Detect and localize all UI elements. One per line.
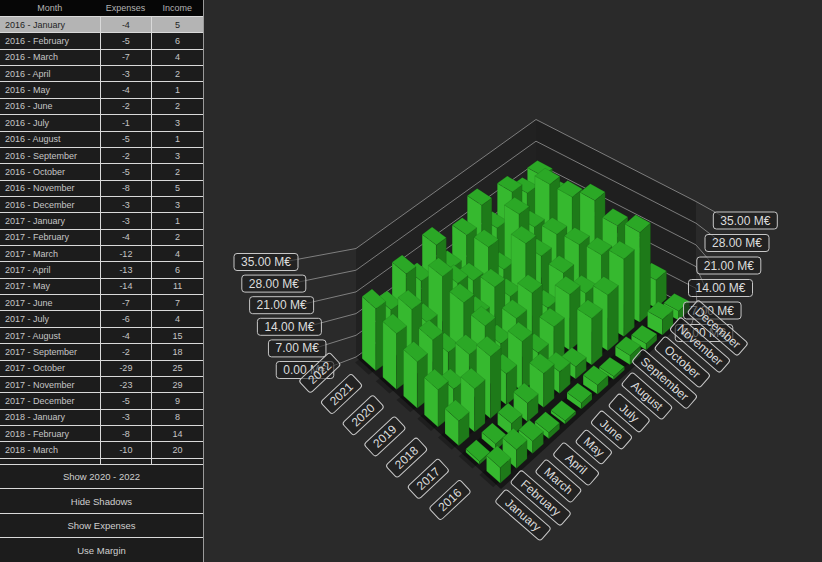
expenses-cell: -2 bbox=[100, 99, 152, 114]
income-cell: 9 bbox=[151, 393, 203, 408]
income-cell: 18 bbox=[151, 344, 203, 359]
value-axis-label: 21.00 M€ bbox=[250, 297, 314, 314]
bar-2022-January[interactable] bbox=[362, 289, 386, 371]
data-table-panel: Month Expenses Income 2016 - January-452… bbox=[0, 0, 204, 562]
income-cell: 4 bbox=[151, 50, 203, 65]
bar-2021-January[interactable] bbox=[383, 314, 407, 390]
expenses-cell: -13 bbox=[100, 262, 152, 277]
expenses-cell: -3 bbox=[100, 66, 152, 81]
table-row[interactable]: 2016 - December-33 bbox=[0, 196, 203, 212]
svg-text:14.00 M€: 14.00 M€ bbox=[695, 281, 745, 295]
expenses-cell: -4 bbox=[100, 230, 152, 245]
value-axis-label: 14.00 M€ bbox=[689, 280, 753, 297]
month-cell: 2016 - August bbox=[0, 132, 100, 147]
svg-text:35.00 M€: 35.00 M€ bbox=[720, 214, 770, 228]
income-cell: 3 bbox=[151, 148, 203, 163]
month-cell: 2018 - March bbox=[0, 442, 100, 457]
value-axis-label: 14.00 M€ bbox=[257, 318, 321, 335]
expenses-cell: -2 bbox=[100, 148, 152, 163]
income-cell: 1 bbox=[151, 213, 203, 228]
expenses-cell: -5 bbox=[100, 164, 152, 179]
value-axis-label: 28.00 M€ bbox=[705, 235, 769, 252]
month-cell: 2016 - April bbox=[0, 66, 100, 81]
income-cell: 4 bbox=[151, 311, 203, 326]
expenses-cell: -12 bbox=[100, 246, 152, 261]
table-row[interactable]: 2016 - July-13 bbox=[0, 114, 203, 130]
expenses-cell: -5 bbox=[100, 393, 152, 408]
table-row[interactable]: 2016 - January-45 bbox=[0, 16, 203, 32]
expenses-cell: -3 bbox=[100, 213, 152, 228]
income-cell: 6 bbox=[151, 33, 203, 48]
income-cell: 2 bbox=[151, 164, 203, 179]
column-header-month: Month bbox=[0, 3, 100, 13]
svg-text:28.00 M€: 28.00 M€ bbox=[712, 236, 762, 250]
expenses-cell: -7 bbox=[100, 295, 152, 310]
table-row[interactable]: 2016 - November-85 bbox=[0, 180, 203, 196]
month-cell: 2016 - May bbox=[0, 82, 100, 97]
svg-text:7.00 M€: 7.00 M€ bbox=[276, 341, 320, 355]
bar-2020-January[interactable] bbox=[404, 341, 428, 408]
table-row[interactable]: 2017 - February-42 bbox=[0, 229, 203, 245]
value-axis-label: 35.00 M€ bbox=[234, 254, 298, 271]
use-margin-button[interactable]: Use Margin bbox=[0, 537, 203, 562]
table-row[interactable]: 2017 - September-218 bbox=[0, 343, 203, 359]
month-cell: 2016 - June bbox=[0, 99, 100, 114]
month-cell: 2016 - December bbox=[0, 197, 100, 212]
table-row[interactable]: 2016 - August-51 bbox=[0, 131, 203, 147]
expenses-cell: -4 bbox=[100, 82, 152, 97]
income-cell: 6 bbox=[151, 262, 203, 277]
month-cell: 2016 - October bbox=[0, 164, 100, 179]
month-cell: 2016 - March bbox=[0, 50, 100, 65]
table-row[interactable]: 2017 - July-64 bbox=[0, 310, 203, 326]
month-cell: 2018 - February bbox=[0, 426, 100, 441]
month-cell: 2017 - November bbox=[0, 377, 100, 392]
show-years-button[interactable]: Show 2020 - 2022 bbox=[0, 464, 203, 489]
table-row[interactable]: 2016 - March-74 bbox=[0, 49, 203, 65]
svg-text:35.00 M€: 35.00 M€ bbox=[241, 255, 291, 269]
table-row[interactable]: 2017 - January-31 bbox=[0, 212, 203, 228]
table-row[interactable]: 2016 - October-52 bbox=[0, 163, 203, 179]
income-cell: 5 bbox=[151, 181, 203, 196]
table-row[interactable]: 2016 - February-56 bbox=[0, 32, 203, 48]
income-cell: 29 bbox=[151, 377, 203, 392]
table-row[interactable]: 2017 - August-415 bbox=[0, 327, 203, 343]
month-cell: 2017 - February bbox=[0, 230, 100, 245]
month-cell: 2017 - March bbox=[0, 246, 100, 261]
month-cell: 2016 - July bbox=[0, 115, 100, 130]
expenses-cell: -23 bbox=[100, 377, 152, 392]
table-row[interactable]: 2016 - May-41 bbox=[0, 81, 203, 97]
table-row[interactable]: 2017 - June-77 bbox=[0, 294, 203, 310]
income-cell: 25 bbox=[151, 361, 203, 376]
expenses-cell: -1 bbox=[100, 115, 152, 130]
expenses-cell: -7 bbox=[100, 50, 152, 65]
table-row[interactable]: 2017 - December-59 bbox=[0, 392, 203, 408]
show-expenses-button[interactable]: Show Expenses bbox=[0, 513, 203, 538]
expenses-cell: -4 bbox=[100, 328, 152, 343]
income-cell: 4 bbox=[151, 246, 203, 261]
table-row[interactable]: 2017 - October-2925 bbox=[0, 360, 203, 376]
income-cell: 20 bbox=[151, 442, 203, 457]
month-cell: 2016 - September bbox=[0, 148, 100, 163]
income-cell: 1 bbox=[151, 82, 203, 97]
expenses-cell: -3 bbox=[100, 197, 152, 212]
table-row[interactable]: 2018 - February-814 bbox=[0, 425, 203, 441]
table-row[interactable]: 2017 - November-2329 bbox=[0, 376, 203, 392]
expenses-cell: -14 bbox=[100, 279, 152, 294]
value-axis-label: 35.00 M€ bbox=[713, 212, 777, 229]
table-row[interactable]: 2017 - March-124 bbox=[0, 245, 203, 261]
hide-shadows-button[interactable]: Hide Shadows bbox=[0, 488, 203, 513]
month-cell: 2016 - November bbox=[0, 181, 100, 196]
svg-text:14.00 M€: 14.00 M€ bbox=[264, 320, 314, 334]
table-row[interactable]: 2017 - May-1411 bbox=[0, 278, 203, 294]
table-row[interactable]: 2016 - September-23 bbox=[0, 147, 203, 163]
table-row[interactable]: 2016 - April-32 bbox=[0, 65, 203, 81]
expenses-cell: -6 bbox=[100, 311, 152, 326]
income-cell: 2 bbox=[151, 99, 203, 114]
income-cell: 1 bbox=[151, 132, 203, 147]
table-row[interactable]: 2017 - April-136 bbox=[0, 261, 203, 277]
expenses-cell: -8 bbox=[100, 426, 152, 441]
table-row[interactable]: 2018 - January-38 bbox=[0, 409, 203, 425]
income-cell: 5 bbox=[151, 17, 203, 32]
table-row[interactable]: 2016 - June-22 bbox=[0, 98, 203, 114]
table-row[interactable]: 2018 - March-1020 bbox=[0, 441, 203, 457]
